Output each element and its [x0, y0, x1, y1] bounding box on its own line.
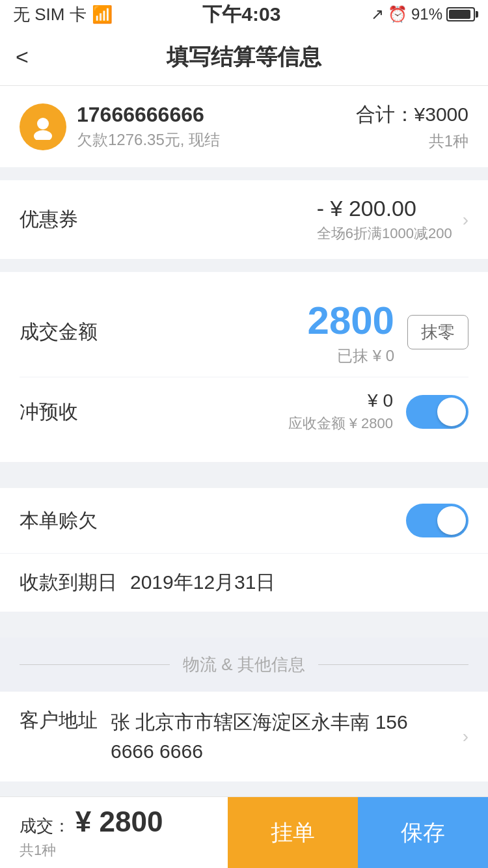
debt-toggle[interactable] — [406, 504, 468, 537]
address-chevron-icon: › — [463, 726, 468, 747]
sep-line-left — [20, 664, 170, 665]
save-button[interactable]: 保存 — [358, 797, 488, 869]
address-label: 客户地址 — [20, 707, 98, 734]
wifi-icon: 📶 — [92, 5, 113, 25]
customer-subtext: 欠款1276.35元, 现结 — [77, 129, 220, 150]
sep-line-right — [318, 664, 468, 665]
due-date-label: 收款到期日 — [20, 569, 117, 596]
deal-amount-row: 成交金额 2800 已抹 ¥ 0 抹零 — [20, 288, 468, 377]
section-divider-3 — [0, 612, 488, 625]
coupon-amount: - ¥ 200.00 — [317, 196, 452, 221]
prepay-value-area: ¥ 0 应收金额 ¥ 2800 — [288, 390, 393, 433]
prepay-right: ¥ 0 应收金额 ¥ 2800 — [288, 390, 468, 433]
prepay-toggle[interactable] — [406, 395, 468, 429]
coupon-right: - ¥ 200.00 全场6折满1000减200 › — [317, 196, 468, 243]
status-right: ↗ ⏰ 91% — [371, 5, 475, 23]
customer-card: 17666666666 欠款1276.35元, 现结 合计：¥3000 共1种 — [0, 86, 488, 167]
hang-order-button[interactable]: 挂单 — [228, 797, 358, 869]
customer-phone: 17666666666 — [77, 103, 220, 127]
debt-label: 本单赊欠 — [20, 508, 98, 534]
status-left: 无 SIM 卡 📶 — [13, 3, 113, 26]
deal-amount-label: 成交金额 — [20, 319, 98, 346]
coupon-desc: 全场6折满1000减200 — [317, 224, 452, 243]
total-price: 合计：¥3000 — [356, 102, 468, 128]
bottom-summary: 成交： ¥ 2800 共1种 — [0, 806, 228, 860]
address-value: 张 北京市市辖区海淀区永丰南 156 6666 6666 — [111, 707, 456, 766]
status-bar: 无 SIM 卡 📶 下午4:03 ↗ ⏰ 91% — [0, 0, 488, 29]
due-date-row: 收款到期日 2019年12月31日 — [0, 553, 488, 612]
svg-point-1 — [34, 130, 52, 140]
customer-left: 17666666666 欠款1276.35元, 现结 — [20, 103, 220, 150]
deal-amount-value: 2800 — [308, 298, 394, 343]
address-row[interactable]: 客户地址 张 北京市市辖区海淀区永丰南 156 6666 6666 › — [0, 692, 488, 781]
due-date-value: 2019年12月31日 — [130, 569, 275, 596]
deal-value-area: 2800 已抹 ¥ 0 抹零 — [308, 298, 468, 366]
page-header: < 填写结算等信息 — [0, 29, 488, 86]
section-divider-2 — [0, 462, 488, 475]
deal-section: 成交金额 2800 已抹 ¥ 0 抹零 冲预收 ¥ 0 应收金额 ¥ 2800 — [0, 272, 488, 462]
coupon-label: 优惠券 — [20, 206, 78, 233]
battery-percent: 91% — [411, 5, 442, 23]
debt-row: 本单赊欠 — [0, 488, 488, 553]
location-icon: ↗ — [371, 5, 384, 23]
alarm-icon: ⏰ — [388, 5, 407, 23]
prepay-sub: 应收金额 ¥ 2800 — [288, 414, 393, 433]
prepay-amount: ¥ 0 — [288, 390, 393, 411]
page-title: 填写结算等信息 — [167, 42, 321, 72]
status-time: 下午4:03 — [202, 1, 280, 28]
avatar — [20, 103, 66, 150]
no-sim-label: 无 SIM 卡 — [13, 3, 87, 26]
bottom-deal-label: 成交： — [20, 816, 70, 835]
bottom-deal-row: 成交： ¥ 2800 — [20, 806, 208, 838]
bottom-price: ¥ 2800 — [75, 806, 163, 837]
logistics-label: 物流 & 其他信息 — [183, 653, 305, 676]
svg-point-0 — [37, 118, 49, 129]
chevron-right-icon: › — [463, 210, 468, 230]
prepay-row: 冲预收 ¥ 0 应收金额 ¥ 2800 — [20, 377, 468, 446]
customer-info: 17666666666 欠款1276.35元, 现结 — [77, 103, 220, 150]
toggle-knob — [437, 398, 466, 426]
battery-icon — [446, 7, 475, 21]
back-button[interactable]: < — [16, 44, 29, 70]
prepay-label: 冲预收 — [20, 399, 78, 426]
bottom-count: 共1种 — [20, 841, 208, 860]
bottom-bar: 成交： ¥ 2800 共1种 挂单 保存 — [0, 796, 488, 868]
deal-sub: 已抹 ¥ 0 — [308, 346, 394, 366]
customer-total: 合计：¥3000 共1种 — [356, 102, 468, 152]
round-zero-button[interactable]: 抹零 — [407, 315, 468, 349]
debt-toggle-knob — [437, 506, 466, 535]
total-count: 共1种 — [356, 131, 468, 152]
logistics-separator: 物流 & 其他信息 — [0, 638, 488, 692]
section-divider — [0, 259, 488, 272]
coupon-row[interactable]: 优惠券 - ¥ 200.00 全场6折满1000减200 › — [0, 180, 488, 259]
